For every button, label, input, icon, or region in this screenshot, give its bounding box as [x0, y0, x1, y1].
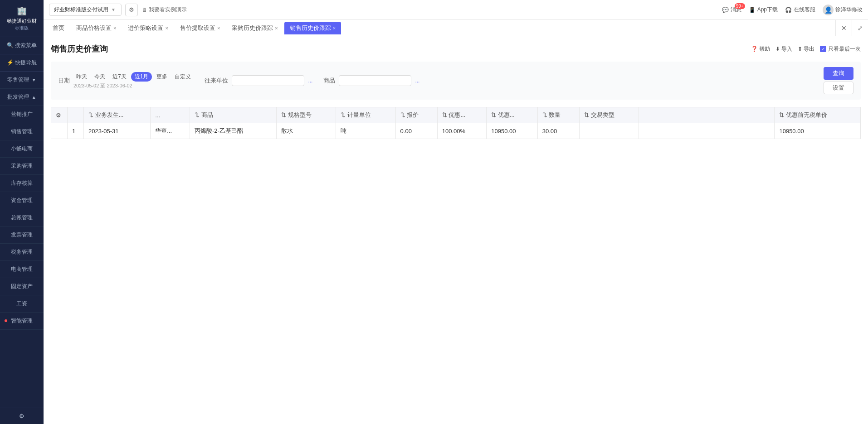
message-icon: 💬: [722, 7, 729, 13]
query-btn[interactable]: 查询: [824, 67, 853, 80]
only-last-checkbox[interactable]: ✓ 只看最后一次: [820, 45, 861, 53]
today-btn[interactable]: 今天: [92, 72, 108, 82]
col-pretax-price[interactable]: ⇅ 优惠前无税单价: [775, 107, 861, 123]
user-icon: 👤: [824, 6, 832, 14]
sidebar-item-accounting[interactable]: 总账管理: [0, 209, 44, 226]
tab-strategy-close[interactable]: ×: [165, 25, 168, 31]
tab-sales-history-close[interactable]: ×: [333, 25, 336, 31]
sidebar-item-ecommerce[interactable]: 电商管理: [0, 261, 44, 278]
sidebar-item-smart[interactable]: 智能管理: [0, 313, 44, 330]
col-more[interactable]: ...: [151, 107, 190, 123]
sidebar-item-purchase[interactable]: 采购管理: [0, 158, 44, 175]
user-menu[interactable]: 👤 徐泽华修改: [823, 5, 863, 15]
sidebar-item-marketing[interactable]: 营销推广: [0, 106, 44, 123]
customer-service-btn[interactable]: 🎧 在线客服: [785, 6, 815, 14]
sidebar-search-menu[interactable]: 🔍 搜索菜单: [0, 37, 44, 54]
biz-date-label: 业务发生...: [95, 111, 124, 118]
tab-extract-close[interactable]: ×: [217, 25, 220, 31]
tab-price-close[interactable]: ×: [113, 25, 116, 31]
window-maximize-btn[interactable]: ⤢: [852, 20, 868, 36]
col-quantity[interactable]: ⇅ 数量: [537, 107, 579, 123]
page-header: 销售历史价查询 ❓ 帮助 ⬇ 导入 ⬆ 导出 ✓ 只看最后一次: [51, 43, 861, 54]
col-biz-date[interactable]: ⇅ 业务发生...: [84, 107, 151, 123]
import-btn[interactable]: ⬇ 导入: [775, 45, 792, 53]
accounting-label: 总账管理: [11, 214, 33, 221]
tab-purchase-history[interactable]: 采购历史价跟踪 ×: [226, 22, 283, 34]
chevron-down-icon: ▼: [111, 7, 116, 12]
row-unit: 吨: [336, 123, 395, 139]
tab-purchase-history-close[interactable]: ×: [275, 25, 278, 31]
col-discount-pct[interactable]: ⇅ 优惠...: [437, 107, 486, 123]
export-label: 导出: [804, 45, 814, 53]
price-sort-icon: ⇅: [400, 111, 405, 118]
help-label: 帮助: [759, 45, 770, 53]
tab-strategy[interactable]: 进价策略设置 ×: [122, 22, 173, 34]
sidebar-item-wholesale[interactable]: 批发管理 ▲: [0, 89, 44, 106]
help-btn[interactable]: ❓ 帮助: [751, 45, 770, 53]
from-unit-label: 往来单位: [205, 77, 228, 85]
row-pretax-price: 10950.00: [775, 123, 861, 139]
workspace-settings-btn[interactable]: ⚙: [125, 4, 138, 16]
1month-btn[interactable]: 近1月: [131, 72, 152, 82]
tab-extract[interactable]: 售价提取设置 ×: [175, 22, 225, 34]
unit-sort-icon: ⇅: [341, 111, 346, 118]
message-btn[interactable]: 💬 消息 99+: [722, 6, 741, 14]
col-goods[interactable]: ⇅ 商品: [190, 107, 276, 123]
from-unit-input[interactable]: [232, 75, 304, 86]
sidebar-item-tax[interactable]: 税务管理: [0, 244, 44, 261]
tab-home[interactable]: 首页: [47, 22, 70, 34]
filter-row: 日期 昨天 今天 近7天 近1月 更多 自定义 2023-05-02 至 202…: [51, 62, 861, 100]
inventory-label: 库存核算: [11, 180, 33, 186]
demo-link[interactable]: 🖥 我要看实例演示: [141, 6, 187, 14]
main-area: 好业财标准版交付试用 ▼ ⚙ 🖥 我要看实例演示 💬 消息 99+ 📱 App下…: [44, 0, 868, 424]
col-price[interactable]: ⇅ 报价: [395, 107, 437, 123]
service-label: 在线客服: [794, 6, 815, 14]
sidebar-item-salary[interactable]: 工资: [0, 295, 44, 313]
col-unit[interactable]: ⇅ 计量单位: [336, 107, 395, 123]
yesterday-btn[interactable]: 昨天: [73, 72, 90, 82]
logo-icon: 🏢: [4, 5, 40, 17]
col-spec[interactable]: ⇅ 规格型号: [277, 107, 336, 123]
import-icon: ⬇: [775, 46, 780, 52]
col-trade-type[interactable]: ⇅ 交易类型: [580, 107, 639, 123]
more-date-btn[interactable]: 更多: [154, 72, 170, 82]
wholesale-label: 批发管理: [7, 94, 29, 100]
sidebar-item-finance[interactable]: 资金管理: [0, 192, 44, 209]
sidebar-quick-nav[interactable]: ⚡ 快捷导航: [0, 54, 44, 72]
from-unit-more-btn[interactable]: ...: [308, 77, 312, 84]
sidebar-item-invoice[interactable]: 发票管理: [0, 226, 44, 244]
price-label: 报价: [407, 111, 419, 118]
retail-label: 零售管理: [7, 77, 29, 83]
sidebar-item-retail[interactable]: 零售管理 ▼: [0, 72, 44, 89]
sidebar-settings-btn[interactable]: ⚙: [0, 408, 44, 424]
salary-label: 工资: [16, 300, 27, 307]
invoice-label: 发票管理: [11, 231, 33, 238]
marketing-label: 营销推广: [11, 111, 33, 117]
sidebar-item-inventory[interactable]: 库存核算: [0, 175, 44, 192]
row-goods: 丙烯酸-2-乙基己酯: [190, 123, 276, 139]
tab-sales-history[interactable]: 销售历史价跟踪 ×: [284, 22, 341, 34]
tab-price[interactable]: 商品价格设置 ×: [71, 22, 122, 34]
message-badge: 99+: [735, 3, 745, 9]
tab-sales-history-label: 销售历史价跟踪: [290, 24, 331, 32]
window-close-btn[interactable]: ✕: [835, 20, 852, 36]
app-download-btn[interactable]: 📱 App下载: [749, 6, 778, 14]
logo-text-line1: 畅捷通好业财: [4, 18, 40, 24]
export-btn[interactable]: ⬆ 导出: [798, 45, 814, 53]
workspace-selector[interactable]: 好业财标准版交付试用 ▼: [49, 4, 122, 16]
custom-date-btn[interactable]: 自定义: [172, 72, 194, 82]
smart-label: 智能管理: [11, 318, 33, 324]
sidebar-item-sales[interactable]: 销售管理: [0, 123, 44, 140]
settings-btn[interactable]: 设置: [824, 82, 853, 94]
tab-purchase-history-label: 采购历史价跟踪: [232, 24, 273, 32]
sidebar-item-ecommerce-small[interactable]: 小畅电商: [0, 140, 44, 158]
col-settings[interactable]: ⚙: [51, 107, 68, 123]
sidebar-item-assets[interactable]: 固定资产: [0, 278, 44, 295]
goods-more-btn[interactable]: ...: [415, 77, 419, 84]
tab-strategy-label: 进价策略设置: [128, 24, 163, 32]
7days-btn[interactable]: 近7天: [110, 72, 129, 82]
goods-input[interactable]: [339, 75, 411, 86]
ecommerce-small-label: 小畅电商: [11, 145, 33, 152]
page-title: 销售历史价查询: [51, 43, 108, 54]
col-discount-amt[interactable]: ⇅ 优惠...: [487, 107, 538, 123]
